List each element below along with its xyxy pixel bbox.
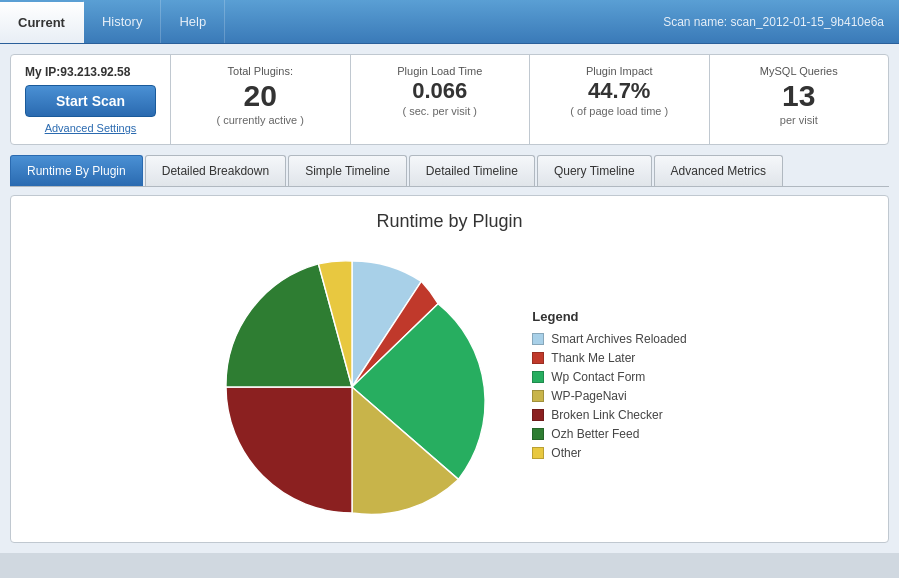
legend-swatch <box>532 447 544 459</box>
pie-chart <box>212 247 492 527</box>
legend-item: Smart Archives Reloaded <box>532 332 686 346</box>
mysql-sub: per visit <box>724 114 875 126</box>
impact-value: 44.7% <box>544 79 695 103</box>
nav-tab-history[interactable]: History <box>84 0 161 43</box>
tab-advanced-metrics[interactable]: Advanced Metrics <box>654 155 783 186</box>
load-time-value: 0.066 <box>365 79 516 103</box>
legend-swatch <box>532 428 544 440</box>
load-time-label: Plugin Load Time <box>365 65 516 77</box>
scan-name: Scan name: scan_2012-01-15_9b410e6a <box>663 0 899 43</box>
chart-legend: Legend Smart Archives ReloadedThank Me L… <box>532 309 686 465</box>
ip-label: My IP:93.213.92.58 <box>25 65 156 79</box>
legend-swatch <box>532 333 544 345</box>
legend-item: Wp Contact Form <box>532 370 686 384</box>
total-plugins-sub: ( currently active ) <box>185 114 336 126</box>
tab-runtime-by-plugin[interactable]: Runtime By Plugin <box>10 155 143 186</box>
legend-swatch <box>532 390 544 402</box>
nav-tab-help[interactable]: Help <box>161 0 225 43</box>
tab-detailed-breakdown[interactable]: Detailed Breakdown <box>145 155 286 186</box>
legend-item: Broken Link Checker <box>532 408 686 422</box>
mysql-label: MySQL Queries <box>724 65 875 77</box>
legend-item: WP-PageNavi <box>532 389 686 403</box>
impact-label: Plugin Impact <box>544 65 695 77</box>
advanced-settings-link[interactable]: Advanced Settings <box>25 122 156 134</box>
total-plugins-value: 20 <box>185 79 336 112</box>
legend-swatch <box>532 352 544 364</box>
load-time-block: Plugin Load Time 0.066 ( sec. per visit … <box>351 55 531 144</box>
chart-title: Runtime by Plugin <box>376 211 522 232</box>
tab-simple-timeline[interactable]: Simple Timeline <box>288 155 407 186</box>
stats-row: My IP:93.213.92.58 Start Scan Advanced S… <box>10 54 889 145</box>
tabs-row: Runtime By Plugin Detailed Breakdown Sim… <box>10 155 889 187</box>
legend-swatch <box>532 371 544 383</box>
chart-area: Runtime by Plugin <box>10 195 889 543</box>
mysql-block: MySQL Queries 13 per visit <box>710 55 889 144</box>
legend-title: Legend <box>532 309 686 324</box>
start-scan-button[interactable]: Start Scan <box>25 85 156 117</box>
tab-detailed-timeline[interactable]: Detailed Timeline <box>409 155 535 186</box>
load-time-sub: ( sec. per visit ) <box>365 105 516 117</box>
main-content: My IP:93.213.92.58 Start Scan Advanced S… <box>0 44 899 553</box>
legend-swatch <box>532 409 544 421</box>
legend-item: Thank Me Later <box>532 351 686 365</box>
top-nav: Current History Help Scan name: scan_201… <box>0 0 899 44</box>
nav-tab-current[interactable]: Current <box>0 0 84 43</box>
mysql-value: 13 <box>724 79 875 112</box>
tab-query-timeline[interactable]: Query Timeline <box>537 155 652 186</box>
nav-tabs: Current History Help <box>0 0 225 43</box>
ip-block: My IP:93.213.92.58 Start Scan Advanced S… <box>11 55 171 144</box>
total-plugins-label: Total Plugins: <box>185 65 336 77</box>
legend-item: Other <box>532 446 686 460</box>
legend-item: Ozh Better Feed <box>532 427 686 441</box>
chart-container: Legend Smart Archives ReloadedThank Me L… <box>212 247 686 527</box>
impact-block: Plugin Impact 44.7% ( of page load time … <box>530 55 710 144</box>
impact-sub: ( of page load time ) <box>544 105 695 117</box>
total-plugins-block: Total Plugins: 20 ( currently active ) <box>171 55 351 144</box>
